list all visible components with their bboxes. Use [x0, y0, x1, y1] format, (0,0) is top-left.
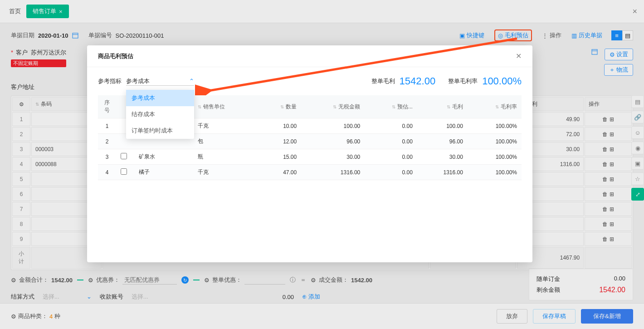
row-checkbox[interactable] — [121, 168, 127, 175]
dropdown-option[interactable]: 结存成本 — [126, 106, 194, 123]
mcol-rate[interactable]: 毛利率 — [468, 95, 522, 118]
ref-label: 参考指标 — [98, 77, 122, 85]
maoli-modal: 商品毛利预估 ✕ 参考指标 参考成本 ⌃ 参考成本 结存成本 订单签约时成本 整… — [87, 45, 532, 262]
rate-value: 100.00% — [482, 75, 522, 87]
rate-label: 整单毛利率 — [448, 77, 478, 85]
maoli-row: 4橘子千克47.001316.000.001316.00100.00% — [98, 165, 522, 180]
mcol-unit[interactable]: 销售单位 — [193, 95, 257, 118]
chevron-up-icon: ⌃ — [189, 78, 194, 84]
modal-title: 商品毛利预估 — [98, 52, 133, 60]
mcol-amount[interactable]: 无税金额 — [301, 95, 365, 118]
ref-select[interactable]: 参考成本 ⌃ 参考成本 结存成本 订单签约时成本 — [126, 77, 194, 86]
maoli-row: 3矿泉水瓶15.0030.000.0030.00100.00% — [98, 149, 522, 165]
mcol-est[interactable]: 预估... — [365, 95, 417, 118]
mcol-maoli[interactable]: 毛利 — [417, 95, 468, 118]
modal-close-icon[interactable]: ✕ — [516, 52, 522, 60]
total-maoli-label: 整单毛利 — [371, 77, 395, 85]
ref-value: 参考成本 — [126, 77, 150, 85]
mcol-seq[interactable]: 序号 — [98, 95, 116, 118]
dropdown-option[interactable]: 参考成本 — [126, 90, 194, 106]
row-checkbox[interactable] — [121, 153, 127, 159]
mcol-qty[interactable]: 数量 — [257, 95, 301, 118]
ref-dropdown: 参考成本 结存成本 订单签约时成本 — [126, 90, 194, 139]
dropdown-option[interactable]: 订单签约时成本 — [126, 123, 194, 139]
total-maoli-value: 1542.00 — [400, 75, 436, 87]
